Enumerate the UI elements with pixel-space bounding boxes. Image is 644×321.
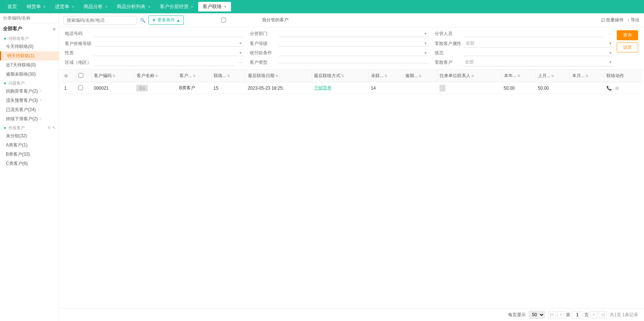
retail-attr-label: 零散客户属性 [435,41,461,47]
filter-cell-area: 区域（地区） ··· [65,59,244,66]
gear-icon[interactable]: ⚙ [64,73,68,79]
my-customers-check[interactable] [187,18,260,23]
customer-table: ⚙ 客户编码⇅ 客户名称⇅ 客户...⇅ 联络...⇅ 最后联络日期⇅ 最后联络… [62,70,641,94]
payment-select[interactable]: ▼ [279,50,429,56]
row-checkbox[interactable] [78,85,83,90]
th-name[interactable]: 客户名称⇅ [134,70,177,82]
grid-action-icon[interactable]: ⊞ [615,86,619,91]
filter-cell-person: 分管人员 ··· [435,30,614,37]
table-header-row: ⚙ 客户编码⇅ 客户名称⇅ 客户...⇅ 联络...⇅ 最后联络日期⇅ 最后联络… [62,70,641,82]
sidebar-item-ungrouped[interactable]: 未分组(32) [0,131,59,141]
refresh-icon[interactable]: ↻ [48,125,51,130]
all-customers-header[interactable]: 全部客户 « [0,23,59,34]
prev-page-btn[interactable]: < [557,311,564,318]
edit-icon[interactable]: ✎ [52,125,56,130]
td-checkbox[interactable] [76,82,91,94]
th-category[interactable]: 客户...⇅ [177,70,211,82]
area-dots[interactable]: ··· [237,60,244,65]
page-suffix: 页 [584,312,589,318]
page-input[interactable] [572,311,583,318]
th-code[interactable]: 客户编码⇅ [92,70,134,82]
person-input[interactable] [463,30,604,37]
sidebar-search-input[interactable] [3,15,58,21]
phone-input[interactable] [94,30,244,37]
td-this-year: 50.00 [501,82,536,94]
export-button[interactable]: ↑ 导出 [627,17,640,23]
triangle-icon3: ▼ [3,126,7,130]
content-area: 🔍 ▼ 更多条件 ▲ 我分管的客户 ☑ 批量操作 ↑ 导出 [59,13,644,321]
sidebar-item-today-pending[interactable]: 今天待联络(0) [0,42,59,51]
nav-product-analysis-list[interactable]: 商品分析列表× [112,2,154,11]
filter-row-1: 电话号码 分管部门 ▼ 分管人员 [65,30,614,37]
last-page-btn[interactable]: >| [599,311,607,318]
next-page-btn[interactable]: > [590,311,597,318]
my-customers-checkbox[interactable]: 我分管的客户 [187,17,288,23]
area-input[interactable] [94,59,234,66]
help-icon2[interactable]: ? [39,99,42,103]
help-icon4[interactable]: ? [39,117,42,121]
gender-label: 性质 [65,50,91,56]
sidebar-item-churned[interactable]: 已流失客户(24) ? [0,105,59,114]
td-unit-contact [437,82,501,94]
th-overdue[interactable]: 逾期...⇅ [403,70,437,82]
nav-purchase-order[interactable]: 进货单× [50,2,78,11]
sidebar-item-tomorrow-pending[interactable]: 明天待联络(1) [0,51,59,61]
th-this-year[interactable]: 本年...⇅ [501,70,536,82]
nav-sales-order[interactable]: 销货单× [22,2,50,11]
set-button[interactable]: 设置 [617,42,638,52]
more-conditions-btn[interactable]: ▼ 更多条件 ▲ [148,15,184,25]
sort-icon7: ⇅ [384,74,387,78]
th-unit-contact[interactable]: 往来单位联系人⇅ [437,70,501,82]
th-checkbox[interactable] [76,70,91,82]
sidebar-item-declining[interactable]: 持续下滑客户(2) ? [0,114,59,124]
th-gear[interactable]: ⚙ [62,70,76,82]
price-grade-select[interactable]: ▼ [94,41,244,46]
filter-row-2: 客户价格等级 ▼ 客户等级 ▼ [65,39,614,48]
dept-label: 分管部门 [250,31,276,37]
retail-attr-select[interactable]: 全部 ▼ [464,39,614,48]
nav-product-analysis[interactable]: 商品分析× [79,2,112,11]
per-page-select[interactable]: 50 [529,311,545,319]
sidebar-item-c-type[interactable]: C类客户(6) [0,159,59,168]
th-no-contact[interactable]: 未联...⇅ [369,70,403,82]
th-contact-count[interactable]: 联络...⇅ [211,70,245,82]
select-all-checkbox[interactable] [78,73,83,78]
query-button[interactable]: 查询 [617,30,638,40]
page-nav: |< < 第 页 > >| [548,311,607,318]
help-icon3[interactable]: ? [37,108,39,112]
th-this-month[interactable]: 本月...⇅ [570,70,604,82]
dept-select[interactable]: ▼ [279,31,429,37]
nav-home[interactable]: 首页 [3,2,21,11]
th-last-contact-method[interactable]: 最后联络方式⇅ [312,70,369,82]
th-last-contact-date[interactable]: 最后联络日期⇅ [245,70,312,82]
sidebar-item-a-type[interactable]: A类客户(1) [0,141,59,150]
search-icon[interactable]: 🔍 [140,18,146,23]
person-dots[interactable]: ··· [607,31,614,37]
phone-action-icon[interactable]: 📞 [606,86,612,91]
chevron-down-icon9: ▼ [609,60,612,64]
sidebar-item-b-type[interactable]: B类客户(33) [0,150,59,159]
td-no-contact: 14 [369,82,403,94]
nav-customer-contact[interactable]: 客户联络× [198,2,231,11]
first-page-btn[interactable]: |< [548,311,556,318]
chevron-down-icon7: ▼ [609,51,612,55]
sidebar: 🔍 全部客户 « ▼ 待联络客户 今天待联络(0) 明天待联络(1) 近7天待联… [0,13,59,321]
total-records: 共1页 1条记录 [610,312,638,318]
retail-customer-select[interactable]: 全部 ▼ [463,58,614,66]
sidebar-item-repurchase-anomaly[interactable]: 回购异常客户(2) ? [0,87,59,96]
td-last-contact-method[interactable]: 下销货单 [312,82,369,94]
sidebar-item-churn-warning[interactable]: 流失预警客户(3) ? [0,96,59,105]
search-input[interactable] [63,16,137,25]
customer-type-select[interactable] [279,62,429,63]
customer-grade-select[interactable]: ▼ [279,41,429,46]
th-action: 联络动作 [604,70,641,82]
batch-op-button[interactable]: ☑ 批量操作 [601,17,624,23]
sidebar-item-7day-pending[interactable]: 近7天待联络(0) [0,61,59,70]
nav-customer-tiering[interactable]: 客户分层经营× [155,2,197,11]
help-icon[interactable]: ? [39,89,42,94]
sidebar-item-overdue-pending[interactable]: 逾期未联络(30) [0,70,59,79]
gender-select[interactable]: ▼ [94,50,244,56]
th-last-month[interactable]: 上月...⇅ [536,70,570,82]
table-row: 1 000021 Ea B类客户 15 2023-05-23 18:25: 下销… [62,82,641,94]
status-select[interactable]: ▼ [463,50,614,56]
